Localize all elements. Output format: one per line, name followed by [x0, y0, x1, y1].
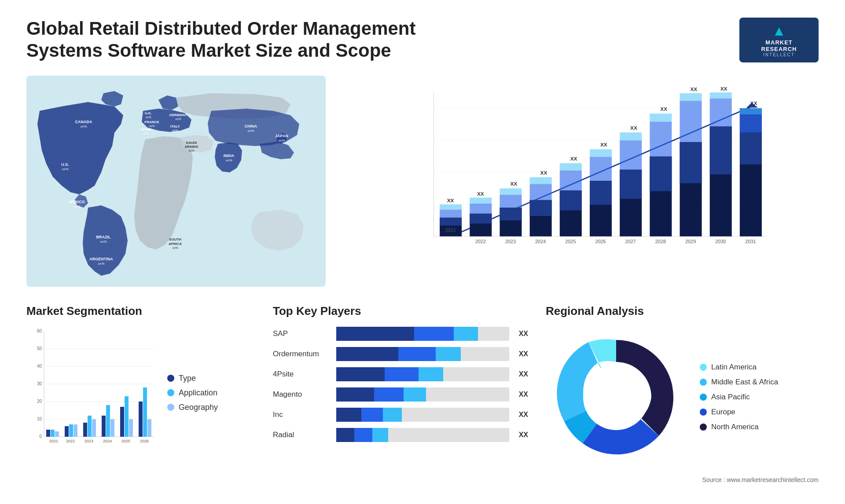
svg-text:XX: XX	[570, 156, 577, 162]
donut-chart-svg	[546, 327, 687, 467]
player-value-4psite: XX	[519, 370, 528, 378]
svg-rect-80	[620, 140, 642, 169]
svg-text:2024: 2024	[535, 239, 546, 244]
svg-rect-56	[500, 195, 522, 208]
player-row-radial: Radial XX	[273, 428, 528, 442]
svg-text:20: 20	[37, 399, 42, 404]
svg-text:2021: 2021	[445, 227, 456, 233]
svg-text:2029: 2029	[685, 239, 696, 244]
svg-text:MEXICO: MEXICO	[69, 200, 85, 204]
player-name-4psite: 4Psite	[273, 370, 330, 379]
svg-rect-73	[590, 181, 612, 205]
svg-rect-105	[740, 109, 762, 115]
logo-line1: MARKET	[746, 39, 812, 46]
regional-label-asia: Asia Pacific	[711, 393, 750, 402]
svg-text:xx%: xx%	[247, 129, 254, 133]
player-value-ordermentum: XX	[519, 350, 528, 358]
svg-rect-86	[650, 122, 672, 157]
svg-text:xx%: xx%	[172, 129, 178, 132]
svg-text:SOUTH: SOUTH	[169, 237, 181, 241]
regional-dot-mea	[700, 379, 707, 386]
svg-text:XX: XX	[750, 100, 757, 106]
logo-line2: RESEARCH	[746, 46, 812, 52]
svg-rect-93	[680, 93, 702, 101]
bottom-section: Market Segmentation 0 10 20 30 40 50	[26, 304, 819, 467]
svg-text:xx%: xx%	[188, 149, 194, 152]
svg-text:2026: 2026	[140, 439, 149, 443]
svg-text:2025: 2025	[121, 439, 130, 443]
legend-item-app: Application	[167, 388, 218, 398]
players-list: SAP XX Ordermentum	[273, 327, 528, 442]
svg-text:xx%: xx%	[100, 240, 107, 244]
svg-rect-122	[46, 430, 50, 437]
svg-rect-45	[440, 205, 462, 210]
svg-text:XX: XX	[690, 86, 697, 92]
svg-rect-74	[590, 157, 612, 181]
svg-text:30: 30	[37, 381, 42, 386]
svg-rect-97	[710, 126, 732, 174]
svg-text:CANADA: CANADA	[75, 120, 92, 124]
svg-text:XX: XX	[540, 170, 547, 176]
player-row-sap: SAP XX	[273, 327, 528, 341]
regional-dot-latin	[700, 364, 707, 371]
svg-rect-128	[73, 424, 77, 437]
header: Global Retail Distributed Order Manageme…	[26, 18, 819, 62]
legend-label-geo: Geography	[179, 403, 218, 412]
svg-rect-75	[590, 149, 612, 157]
regional-label-mea: Middle East & Africa	[711, 378, 778, 387]
svg-text:2022: 2022	[475, 239, 486, 244]
svg-rect-123	[51, 430, 55, 437]
svg-rect-130	[83, 423, 87, 437]
seg-inner: 0 10 20 30 40 50 60	[26, 327, 255, 459]
regional-legend-asia: Asia Pacific	[700, 393, 778, 402]
regional-container: Regional Analysis	[546, 304, 819, 467]
svg-rect-91	[680, 142, 702, 183]
svg-text:2027: 2027	[625, 239, 636, 244]
player-bar-4psite	[336, 367, 509, 381]
map-container: U.S. xx% CANADA xx% MEXICO xx% BRAZIL xx…	[26, 76, 326, 287]
svg-text:xx%: xx%	[143, 132, 149, 135]
player-row-magento: Magento XX	[273, 387, 528, 402]
player-value-sap: XX	[519, 330, 528, 338]
svg-rect-144	[147, 419, 151, 437]
svg-text:2030: 2030	[715, 239, 726, 244]
svg-text:2023: 2023	[84, 439, 93, 443]
svg-text:xx%: xx%	[145, 116, 151, 119]
top-section: U.S. xx% CANADA xx% MEXICO xx% BRAZIL xx…	[26, 76, 819, 287]
svg-rect-132	[92, 419, 96, 437]
svg-text:2031: 2031	[745, 239, 756, 244]
svg-text:xx%: xx%	[225, 158, 232, 162]
svg-rect-131	[88, 416, 92, 437]
svg-text:SPAIN: SPAIN	[141, 128, 151, 131]
svg-text:XX: XX	[630, 125, 637, 131]
svg-text:XX: XX	[600, 142, 607, 148]
player-bar-sap	[336, 327, 509, 341]
player-bar-radial	[336, 428, 509, 442]
svg-text:2022: 2022	[66, 439, 75, 443]
logo-m-letter: ▲	[746, 23, 812, 39]
players-container: Top Key Players SAP XX Ordermentum	[273, 304, 528, 448]
svg-rect-136	[110, 419, 114, 437]
svg-text:CHINA: CHINA	[245, 124, 257, 128]
svg-text:ARGENTINA: ARGENTINA	[89, 257, 113, 261]
regional-legend-na: North America	[700, 423, 778, 431]
svg-rect-67	[560, 190, 582, 210]
svg-rect-85	[650, 157, 672, 191]
bar-chart-svg: 2021 XX 2022 XX 2023 XX	[370, 84, 810, 260]
page-container: Global Retail Distributed Order Manageme…	[0, 0, 845, 504]
svg-text:10: 10	[37, 416, 42, 421]
seg-chart-svg: 0 10 20 30 40 50 60	[26, 327, 158, 459]
legend-item-geo: Geography	[167, 403, 218, 412]
player-bar-magento	[336, 387, 509, 402]
world-map-svg: U.S. xx% CANADA xx% MEXICO xx% BRAZIL xx…	[26, 76, 326, 287]
player-value-inc: XX	[519, 411, 528, 419]
regional-label-europe: Europe	[711, 408, 735, 416]
svg-text:2025: 2025	[565, 239, 576, 244]
svg-text:xx%: xx%	[175, 117, 181, 121]
svg-rect-87	[650, 113, 672, 121]
player-row-ordermentum: Ordermentum XX	[273, 347, 528, 361]
svg-text:BRAZIL: BRAZIL	[96, 235, 111, 239]
svg-text:ARABIA: ARABIA	[184, 145, 198, 149]
svg-text:xx%: xx%	[149, 124, 154, 128]
seg-chart: 0 10 20 30 40 50 60	[26, 327, 158, 459]
